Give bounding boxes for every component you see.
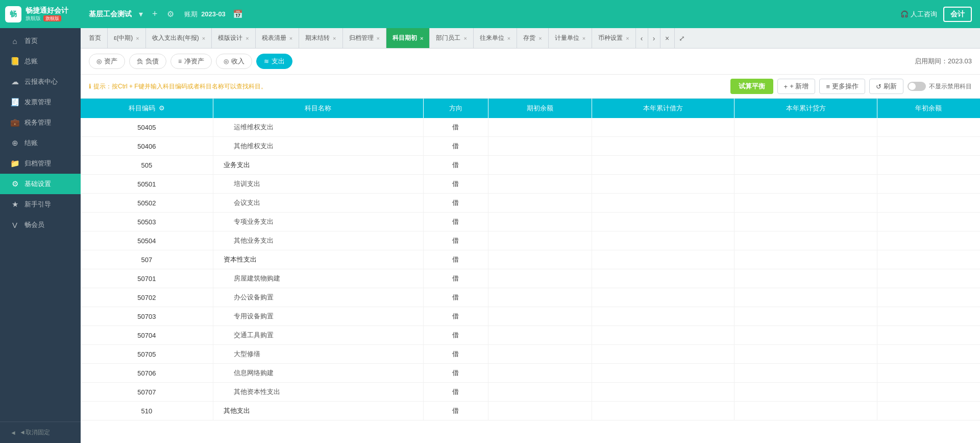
sidebar-item-vip[interactable]: V 畅会员	[0, 215, 81, 235]
tab-close-icon[interactable]: ×	[246, 35, 249, 41]
table-row[interactable]: 50701 房屋建筑物购建 借	[81, 269, 980, 288]
sidebar-item-settings[interactable]: ⚙ 基础设置	[0, 174, 81, 194]
cell-direction: 借	[423, 194, 488, 213]
cell-opening	[488, 156, 592, 175]
cell-ytd-balance	[877, 250, 980, 269]
tab-currency[interactable]: 币种设置 ×	[592, 28, 635, 48]
table-row[interactable]: 50406 其他维权支出 借	[81, 137, 980, 156]
col-settings-icon[interactable]: ⚙	[159, 104, 165, 112]
sidebar-item-archive[interactable]: 📁 归档管理	[0, 153, 81, 174]
cat-tab-asset[interactable]: ◎ 资产	[89, 54, 125, 69]
more-button[interactable]: ≡ 更多操作	[819, 79, 865, 94]
table-row[interactable]: 50405 运维维权支出 借	[81, 118, 980, 137]
tab-mid[interactable]: ε(中期) ×	[108, 28, 146, 48]
tab-subject-init[interactable]: 科目期初 ×	[386, 28, 430, 48]
support-link[interactable]: 🎧 人工咨询	[900, 10, 937, 19]
tab-close-icon[interactable]: ×	[507, 35, 510, 41]
tab-close-icon[interactable]: ×	[626, 35, 629, 41]
refresh-button[interactable]: ↺ 刷新	[869, 79, 903, 94]
tab-prev-btn[interactable]: ‹	[636, 28, 648, 48]
sidebar-item-invoice[interactable]: 🧾 发票管理	[0, 92, 81, 112]
tab-close-icon[interactable]: ×	[463, 35, 467, 41]
tab-unit[interactable]: 往来单位 ×	[474, 28, 517, 48]
table-row[interactable]: 505 业务支出 借	[81, 156, 980, 175]
cell-ytd-balance	[877, 156, 980, 175]
tab-template[interactable]: 模版设计 ×	[212, 28, 255, 48]
table-row[interactable]: 50504 其他业务支出 借	[81, 231, 980, 250]
tab-home[interactable]: 首页	[83, 28, 108, 48]
tab-close-icon[interactable]: ×	[377, 35, 380, 41]
tax-icon: 💼	[10, 118, 19, 127]
cat-tab-expense[interactable]: ≋ 支出	[256, 54, 292, 69]
balance-button[interactable]: 试算平衡	[730, 79, 773, 94]
table-row[interactable]: 50501 培训支出 借	[81, 175, 980, 194]
cell-code: 507	[81, 250, 213, 269]
tab-close-icon[interactable]: ×	[420, 35, 423, 41]
tab-close-icon[interactable]: ×	[202, 35, 205, 41]
settings-icon: ⚙	[10, 179, 19, 189]
tab-tax[interactable]: 税表清册 ×	[256, 28, 299, 48]
tab-next-btn[interactable]: ›	[648, 28, 660, 48]
tab-expand-btn[interactable]: ⤢	[675, 28, 689, 48]
table-row[interactable]: 50706 信息网络购建 借	[81, 364, 980, 383]
settings-gear-icon[interactable]: ⚙	[165, 7, 176, 21]
tab-close-all-btn[interactable]: ×	[660, 28, 675, 48]
tab-close-icon[interactable]: ×	[289, 35, 292, 41]
cell-ytd-credit	[734, 383, 877, 402]
sidebar-item-label: 归档管理	[24, 159, 51, 168]
tab-income[interactable]: 收入支出表(年报) ×	[146, 28, 212, 48]
tab-period-end[interactable]: 期末结转 ×	[299, 28, 342, 48]
sidebar-item-tax[interactable]: 💼 税务管理	[0, 112, 81, 133]
col-code: 科目编码 ⚙	[81, 99, 213, 118]
sidebar-pin-toggle[interactable]: ◄ ◄取消固定	[0, 422, 81, 443]
tab-close-icon[interactable]: ×	[136, 35, 139, 41]
table-row[interactable]: 510 其他支出 借	[81, 402, 980, 421]
cell-code: 50703	[81, 307, 213, 326]
tab-dept[interactable]: 部门员工 ×	[430, 28, 473, 48]
cell-opening	[488, 213, 592, 231]
tab-inventory[interactable]: 存货 ×	[517, 28, 548, 48]
toggle-track[interactable]	[908, 82, 926, 91]
cell-code: 505	[81, 156, 213, 175]
tab-label: 期末结转	[305, 34, 330, 42]
tab-close-icon[interactable]: ×	[582, 35, 585, 41]
table-row[interactable]: 50703 专用设备购置 借	[81, 307, 980, 326]
tab-close-icon[interactable]: ×	[538, 35, 542, 41]
sidebar-item-ledger[interactable]: 📒 总账	[0, 51, 81, 72]
cell-name: 信息网络购建	[213, 364, 423, 383]
add-button[interactable]: + + 新增	[777, 79, 816, 94]
sidebar-item-label: 发票管理	[24, 98, 51, 107]
sidebar-item-guide[interactable]: ★ 新手引导	[0, 194, 81, 215]
cat-tab-net-asset[interactable]: ≡ 净资产	[170, 54, 212, 69]
company-dropdown-icon[interactable]: ▾	[137, 7, 145, 21]
tab-unit-measure[interactable]: 计量单位 ×	[549, 28, 592, 48]
cell-code: 50707	[81, 383, 213, 402]
ledger-icon: 📒	[10, 57, 19, 66]
cat-tab-liability[interactable]: 负 负债	[129, 54, 166, 69]
table-row[interactable]: 50704 交通工具购置 借	[81, 326, 980, 345]
sidebar-item-label: 首页	[24, 36, 38, 45]
table-row[interactable]: 50503 专项业务支出 借	[81, 213, 980, 231]
cat-tab-income[interactable]: ◎ 收入	[216, 54, 252, 69]
sidebar-item-home[interactable]: ⌂ 首页	[0, 31, 81, 51]
cell-ytd-debit	[592, 269, 734, 288]
calendar-icon[interactable]: 📅	[231, 7, 245, 21]
sidebar-item-reports[interactable]: ☁ 云报表中心	[0, 72, 81, 92]
table-row[interactable]: 50707 其他资本性支出 借	[81, 383, 980, 402]
cell-ytd-debit	[592, 250, 734, 269]
table-row[interactable]: 50502 会议支出 借	[81, 194, 980, 213]
table-row[interactable]: 507 资本性支出 借	[81, 250, 980, 269]
kuaiji-button[interactable]: 会计	[943, 7, 972, 22]
category-bar: ◎ 资产 负 负债 ≡ 净资产 ◎ 收入 ≋ 支出 启用期间：2023.03	[81, 49, 980, 75]
table-row[interactable]: 50702 办公设备购置 借	[81, 288, 980, 307]
headset-icon: 🎧	[900, 10, 909, 18]
tab-archive[interactable]: 归档管理 ×	[343, 28, 386, 48]
cell-ytd-credit	[734, 345, 877, 364]
cell-name: 办公设备购置	[213, 288, 423, 307]
sidebar-item-close[interactable]: ⊕ 结账	[0, 133, 81, 153]
cat-tab-label: 负债	[145, 57, 159, 66]
table-row[interactable]: 50705 大型修缮 借	[81, 345, 980, 364]
disabled-toggle[interactable]: 不显示禁用科目	[908, 82, 972, 91]
tab-close-icon[interactable]: ×	[333, 35, 336, 41]
add-tab-icon[interactable]: +	[150, 7, 160, 21]
